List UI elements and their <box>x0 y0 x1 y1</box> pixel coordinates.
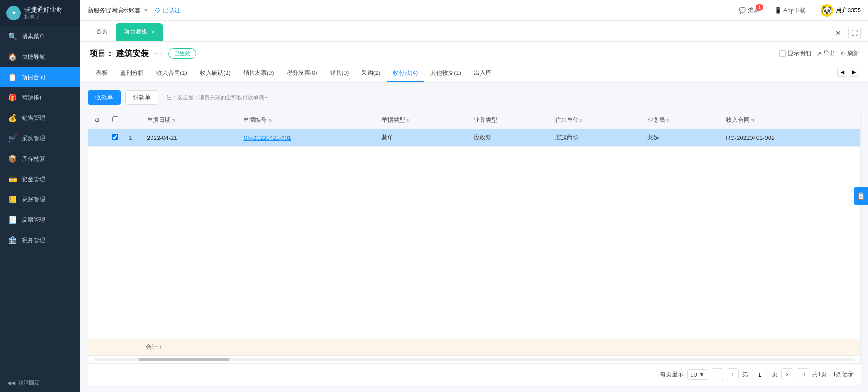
app-download-label: App下载 <box>783 6 806 14</box>
filter-note: 注：这里是与项目关联的全部收付款单哦～ <box>166 94 269 101</box>
message-badge: 1 <box>756 4 763 11</box>
main-area: 新服务官网演示账套 ▼ 🛡 已认证 💬 消息 1 📱 App下载 🐼 用户335… <box>80 0 868 392</box>
tab-project-board-close[interactable]: × <box>152 29 155 34</box>
sidebar-item-marketing[interactable]: 🎁 营销推广 <box>0 87 80 108</box>
sidebar-icon-tax-mgmt: 🏦 <box>8 236 17 244</box>
sidebar-item-purchase-mgmt[interactable]: 🛒 采购管理 <box>0 128 80 148</box>
horizontal-scrollbar[interactable] <box>88 355 860 363</box>
scrollbar-thumb[interactable] <box>139 358 229 361</box>
sidebar-icon-inventory: 📦 <box>8 154 17 163</box>
receipt-bill-filter-btn[interactable]: 收款单 <box>88 90 121 105</box>
row-doctype-0: 蓝单 <box>376 129 469 147</box>
page-size-label: 每页显示 <box>660 370 684 378</box>
sidebar-icon-sales-mgmt: 💰 <box>8 114 17 122</box>
project-more-button[interactable]: ··· <box>154 49 163 57</box>
settings-col-header[interactable]: ⚙ <box>88 111 106 129</box>
sub-tab-purchase[interactable]: 采购(2) <box>355 64 387 82</box>
sidebar-item-sales-mgmt[interactable]: 💰 销售管理 <box>0 108 80 128</box>
income-contract-col-header[interactable]: 收入合同 <box>721 111 860 129</box>
refresh-button[interactable]: ↻ 刷新 <box>840 49 859 57</box>
tab-project-board[interactable]: 项目看板 × <box>116 23 163 41</box>
biz-type-col-header: 业务类型 <box>468 111 549 129</box>
table-row[interactable]: 1 2022-04-21 SK-20220421-001 蓝单 应收款 宏茂商场… <box>88 129 860 147</box>
sidebar-menu: 🔍 搜索菜单 🏠 快捷导航 📋 项目合同 🎁 营销推广 💰 销售管理 🛒 采购管… <box>0 26 80 373</box>
row-checkbox-0[interactable] <box>112 134 118 140</box>
tab-home[interactable]: 首页 <box>88 23 116 41</box>
last-page-btn[interactable]: ⊣ <box>797 368 808 380</box>
row-check-0[interactable] <box>106 129 123 147</box>
filter-row: 收款单 付款单 注：这里是与项目关联的全部收付款单哦～ <box>88 90 861 105</box>
current-page-input[interactable] <box>752 370 768 379</box>
sidebar-item-capital[interactable]: 💳 资金管理 <box>0 169 80 189</box>
logo-icon: ✦ <box>6 6 21 20</box>
project-status-badge: 已生效 <box>168 48 196 59</box>
prev-page-btn[interactable]: ‹ <box>727 368 739 380</box>
sidebar-footer-unpin[interactable]: ◀◀ 取消固定 <box>0 373 80 392</box>
export-label: 导出 <box>823 49 835 57</box>
user-label: 用户3355 <box>836 6 861 14</box>
sub-tab-income-contract[interactable]: 收入合同(1) <box>150 64 193 82</box>
page-size-value: 50 <box>690 371 697 378</box>
user-menu[interactable]: 🐼 用户3355 <box>821 4 861 17</box>
sub-tab-tax-invoice[interactable]: 税务发票(0) <box>280 64 324 82</box>
row-code-0[interactable]: SK-20220421-001 <box>238 129 376 147</box>
show-detail-toggle[interactable]: 显示明细 <box>779 49 811 57</box>
sidebar-item-inventory[interactable]: 📦 库存核算 <box>0 148 80 169</box>
sidebar-item-project-contract[interactable]: 📋 项目合同 <box>0 67 80 87</box>
next-page-btn[interactable]: › <box>781 368 793 380</box>
close-window-button[interactable]: ✕ <box>832 27 844 39</box>
sidebar-icon-ledger: 📒 <box>8 195 17 204</box>
sidebar-logo: ✦ 畅捷通好业财 标准版 <box>0 0 80 26</box>
project-title-row: 项目： 建筑安装 ··· 已生效 显示明细 ↗ 导出 ↻ <box>90 48 859 64</box>
verified-badge: 🛡 已认证 <box>154 6 180 14</box>
sub-tab-sales[interactable]: 销售(0) <box>324 64 355 82</box>
gear-icon[interactable]: ⚙ <box>94 117 100 124</box>
sidebar-item-ledger[interactable]: 📒 总账管理 <box>0 189 80 210</box>
sidebar-item-search[interactable]: 🔍 搜索菜单 <box>0 26 80 47</box>
code-col-header[interactable]: 单据编号 <box>238 111 376 129</box>
payment-bill-filter-btn[interactable]: 付款单 <box>125 90 158 105</box>
sub-tab-other-expenses[interactable]: 其他收支(1) <box>424 64 467 82</box>
maximize-button[interactable]: ⛶ <box>848 27 861 39</box>
export-button[interactable]: ↗ 导出 <box>816 49 835 57</box>
sub-tab-receipts[interactable]: 收付款(4) <box>387 64 424 82</box>
refresh-label: 刷新 <box>847 49 859 57</box>
sidebar-label-search: 搜索菜单 <box>22 33 45 41</box>
row-code-link-0[interactable]: SK-20220421-001 <box>243 134 291 141</box>
sidebar-item-invoice-mgmt[interactable]: 🧾 发票管理 <box>0 210 80 230</box>
show-detail-checkbox[interactable] <box>779 50 786 57</box>
date-col-header[interactable]: 单据日期 <box>142 111 238 129</box>
sub-tab-profit[interactable]: 盈利分析 <box>114 64 150 82</box>
user-avatar: 🐼 <box>821 4 833 17</box>
table-wrapper[interactable]: ⚙ 单据日期 单据编号 单据类型 业务类型 往来单位 <box>88 111 860 339</box>
partner-col-header[interactable]: 往来单位 <box>550 111 642 129</box>
sidebar-icon-capital: 💳 <box>8 175 17 183</box>
select-all-checkbox[interactable] <box>112 116 118 122</box>
unpin-icon: ◀◀ <box>7 380 15 386</box>
page-suffix: 页 <box>772 370 778 378</box>
salesman-col-header[interactable]: 业务员 <box>642 111 721 129</box>
sub-tab-kanban[interactable]: 看板 <box>90 64 114 82</box>
sub-tab-sales-invoice[interactable]: 销售发票(0) <box>237 64 280 82</box>
sub-tab-next-btn[interactable]: ▶ <box>849 67 859 77</box>
app-subtitle: 标准版 <box>24 14 62 20</box>
app-download-button[interactable]: 📱 App下载 <box>774 6 806 14</box>
project-header: 项目： 建筑安装 ··· 已生效 显示明细 ↗ 导出 ↻ <box>80 42 868 83</box>
page-size-selector[interactable]: 50 ▼ <box>687 369 708 380</box>
first-page-btn[interactable]: ⊢ <box>712 368 723 380</box>
receipts-table: ⚙ 单据日期 单据编号 单据类型 业务类型 往来单位 <box>88 111 860 147</box>
message-button[interactable]: 💬 消息 1 <box>739 6 760 14</box>
refresh-icon: ↻ <box>840 50 845 57</box>
sub-tab-prev-btn[interactable]: ◀ <box>837 67 847 77</box>
account-selector[interactable]: 新服务官网演示账套 ▼ <box>88 6 149 14</box>
table-header-row: ⚙ 单据日期 单据编号 单据类型 业务类型 往来单位 <box>88 111 860 129</box>
sidebar-item-tax-mgmt[interactable]: 🏦 税务管理 <box>0 230 80 250</box>
right-float-button[interactable]: 📋 <box>854 187 868 205</box>
sub-tab-income-confirm[interactable]: 收入确认(2) <box>193 64 237 82</box>
sidebar-label-ledger: 总账管理 <box>22 196 45 204</box>
sub-tab-in-out[interactable]: 出入库 <box>467 64 498 82</box>
summary-row: 合计： <box>88 339 860 355</box>
doc-type-col-header[interactable]: 单据类型 <box>376 111 469 129</box>
sidebar-item-quick-nav[interactable]: 🏠 快捷导航 <box>0 47 80 67</box>
checkbox-col-header[interactable] <box>106 111 123 129</box>
